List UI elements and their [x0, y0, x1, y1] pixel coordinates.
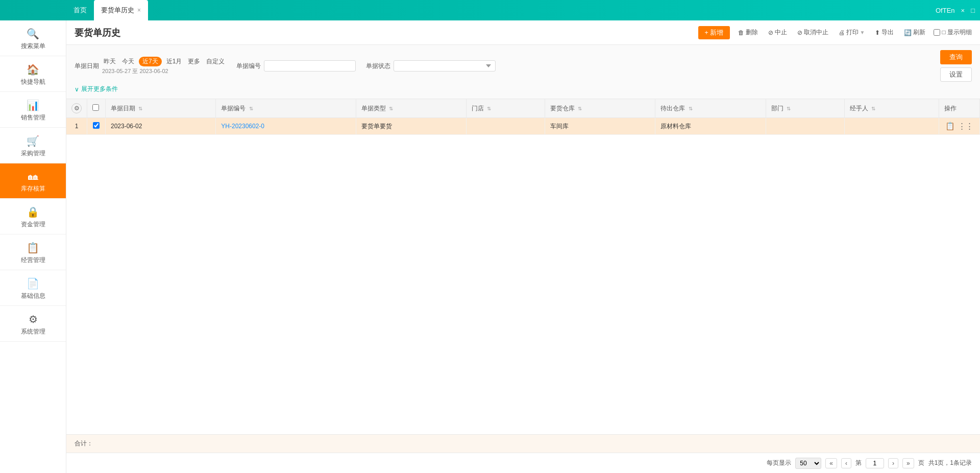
refresh-button-label: 刷新	[913, 28, 925, 37]
col-handler[interactable]: 经手人 ⇅	[844, 99, 939, 118]
main-layout: 🔍 搜索菜单 🏠 快捷导航 📊 销售管理 🛒 采购管理 🏘 库存核算 🔒 资金管…	[0, 20, 980, 473]
sidebar-item-system-mgmt[interactable]: ⚙ 系统管理	[0, 306, 66, 342]
tab-requisition-history[interactable]: 要货单历史 ×	[94, 0, 148, 20]
per-page-select[interactable]: 50 10 20 100	[795, 458, 821, 469]
col-bill-no-label: 单据编号	[221, 105, 246, 112]
tab-requisition-history-label: 要货单历史	[101, 6, 134, 15]
select-all-checkbox[interactable]	[92, 104, 99, 111]
basic-info-icon: 📄	[27, 277, 39, 290]
date-shortcut-today[interactable]: 今天	[120, 57, 136, 66]
operations-mgmt-icon: 📋	[27, 242, 39, 254]
new-button-label: + 新增	[704, 28, 723, 37]
date-shortcut-yesterday[interactable]: 昨天	[102, 57, 117, 66]
sidebar-item-sales-mgmt[interactable]: 📊 销售管理	[0, 92, 66, 128]
sort-icon-pending-warehouse: ⇅	[689, 106, 693, 111]
row-checkbox[interactable]	[93, 122, 100, 129]
sidebar-item-inventory-calc[interactable]: 🏘 库存核算	[0, 163, 66, 199]
date-shortcut-more[interactable]: 更多	[186, 57, 202, 66]
sidebar-item-label: 搜索菜单	[21, 42, 45, 51]
sidebar-item-basic-info[interactable]: 📄 基础信息	[0, 270, 66, 306]
quick-nav-icon: 🏠	[27, 63, 39, 76]
col-pending-warehouse[interactable]: 待出仓库 ⇅	[655, 99, 766, 118]
delete-button-label: 删除	[746, 28, 758, 37]
row-checkbox-cell[interactable]	[87, 118, 106, 135]
date-shortcut-custom[interactable]: 自定义	[205, 57, 226, 66]
sidebar-item-label: 经营管理	[21, 256, 45, 265]
row-req-warehouse: 车间库	[545, 118, 655, 135]
col-store[interactable]: 门店 ⇅	[467, 99, 545, 118]
data-table: ⚙ 单据日期 ⇅ 单据编号 ⇅	[66, 99, 980, 135]
tab-home[interactable]: 首页	[66, 0, 94, 20]
close-tab-icon[interactable]: ×	[137, 7, 141, 14]
bill-status-label: 单据状态	[366, 62, 390, 70]
export-icon: ⬆	[875, 29, 880, 36]
sort-icon-bill-type: ⇅	[389, 106, 393, 111]
window-maximize-icon[interactable]: □	[971, 7, 975, 14]
col-req-warehouse[interactable]: 要货仓库 ⇅	[545, 99, 655, 118]
col-department[interactable]: 部门 ⇅	[766, 99, 844, 118]
sidebar-item-quick-nav[interactable]: 🏠 快捷导航	[0, 56, 66, 92]
filter-row-1: 单据日期 昨天 今天 近7天 近1月 更多 自定义 2023-05-27 至 2…	[75, 50, 972, 82]
show-detail-checkbox[interactable]	[934, 29, 940, 36]
expand-more-button[interactable]: ∨ 展开更多条件	[75, 85, 972, 93]
refresh-icon: 🔄	[904, 29, 912, 36]
settings-button[interactable]: 设置	[940, 67, 972, 82]
bill-no-input[interactable]	[264, 60, 356, 72]
first-page-button[interactable]: «	[825, 458, 837, 468]
sort-icon-bill-date: ⇅	[138, 106, 142, 111]
col-bill-date-label: 单据日期	[111, 105, 135, 112]
filter-area: 单据日期 昨天 今天 近7天 近1月 更多 自定义 2023-05-27 至 2…	[66, 45, 980, 99]
col-bill-no[interactable]: 单据编号 ⇅	[216, 99, 356, 118]
col-checkbox[interactable]	[87, 99, 106, 118]
per-page-label: 每页显示	[767, 459, 791, 467]
suspend-button-label: 中止	[775, 28, 787, 37]
page-title: 要货单历史	[75, 27, 698, 39]
date-shortcut-1month[interactable]: 近1月	[165, 57, 184, 66]
col-operation-label: 操作	[944, 105, 957, 112]
bill-status-select[interactable]	[394, 60, 496, 72]
new-button[interactable]: + 新增	[698, 26, 729, 39]
filter-group-bill-status: 单据状态	[366, 60, 496, 72]
export-button[interactable]: ⬆ 导出	[873, 27, 896, 38]
table-header-row: ⚙ 单据日期 ⇅ 单据编号 ⇅	[66, 99, 980, 118]
delete-button[interactable]: 🗑 删除	[736, 27, 760, 38]
next-page-button[interactable]: ›	[888, 458, 898, 468]
date-shortcut-7days[interactable]: 近7天	[139, 57, 162, 66]
print-button[interactable]: 🖨 打印 ▼	[837, 27, 867, 38]
last-page-button[interactable]: »	[902, 458, 914, 468]
suspend-button[interactable]: ⊘ 中止	[766, 27, 789, 38]
more-icon[interactable]: ⋮⋮	[958, 122, 973, 131]
row-bill-no[interactable]: YH-20230602-0	[216, 118, 356, 135]
bill-no-link[interactable]: YH-20230602-0	[221, 123, 264, 130]
prev-page-button[interactable]: ‹	[841, 458, 851, 468]
sidebar-item-operations-mgmt[interactable]: 📋 经营管理	[0, 234, 66, 270]
total-info: 共1页，1条记录	[928, 459, 972, 467]
col-settings[interactable]: ⚙	[66, 99, 87, 118]
edit-icon[interactable]: 📋	[945, 122, 955, 131]
col-operation: 操作	[939, 99, 980, 118]
cancel-suspend-button[interactable]: ⊘ 取消中止	[795, 27, 830, 38]
window-close-icon[interactable]: ×	[961, 7, 965, 14]
date-shortcuts: 昨天 今天 近7天 近1月 更多 自定义	[102, 57, 226, 66]
pagination-bar: 每页显示 50 10 20 100 « ‹ 第 › » 页 共1页，1条记录	[66, 453, 980, 473]
col-bill-type[interactable]: 单据类型 ⇅	[356, 99, 466, 118]
sidebar-item-purchase-mgmt[interactable]: 🛒 采购管理	[0, 128, 66, 163]
refresh-button[interactable]: 🔄 刷新	[902, 27, 927, 38]
chevron-down-icon: ∨	[75, 86, 79, 93]
sidebar-item-label: 资金管理	[21, 220, 45, 229]
column-settings-icon[interactable]: ⚙	[71, 103, 82, 113]
row-bill-date: 2023-06-02	[106, 118, 216, 135]
sidebar-item-label: 销售管理	[21, 113, 45, 122]
page-number-input[interactable]	[866, 458, 884, 468]
query-button[interactable]: 查询	[940, 50, 972, 64]
page-header: 要货单历史 + 新增 🗑 删除 ⊘ 中止 ⊘ 取消中止 🖨	[66, 20, 980, 45]
toolbar: + 新增 🗑 删除 ⊘ 中止 ⊘ 取消中止 🖨 打印 ▼	[698, 26, 972, 39]
table-row[interactable]: 1 2023-06-02 YH-20230602-0 要货单要货 车间库 原材料…	[66, 118, 980, 135]
table-wrapper[interactable]: ⚙ 单据日期 ⇅ 单据编号 ⇅	[66, 99, 980, 434]
purchase-mgmt-icon: 🛒	[27, 135, 39, 147]
col-store-label: 门店	[472, 105, 484, 112]
show-detail-toggle[interactable]: □ 显示明细	[934, 28, 972, 37]
col-bill-date[interactable]: 单据日期 ⇅	[106, 99, 216, 118]
sidebar-item-search-menu[interactable]: 🔍 搜索菜单	[0, 20, 66, 56]
sidebar-item-capital-mgmt[interactable]: 🔒 资金管理	[0, 199, 66, 234]
